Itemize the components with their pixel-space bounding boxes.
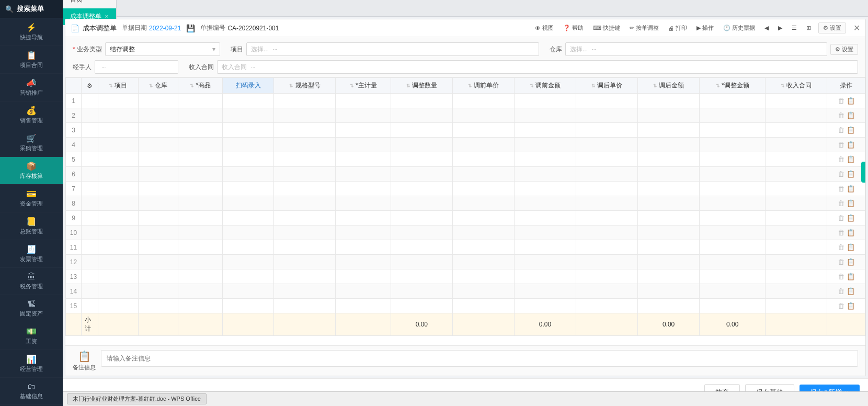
- cell-scan[interactable]: [222, 269, 273, 284]
- cell-before-price[interactable]: [452, 211, 514, 225]
- cell-settings[interactable]: [82, 225, 98, 240]
- copy-icon[interactable]: 📋: [847, 229, 855, 236]
- cell-warehouse[interactable]: [138, 196, 178, 211]
- cell-goods[interactable]: [178, 152, 223, 167]
- delete-icon[interactable]: 🗑: [838, 111, 844, 119]
- cell-revenue-contract[interactable]: [766, 152, 827, 167]
- cell-adjust-qty[interactable]: [391, 123, 452, 138]
- cell-goods[interactable]: [178, 108, 223, 123]
- cell-unit[interactable]: [336, 167, 391, 182]
- cell-project[interactable]: [98, 108, 139, 123]
- sidebar-item-invoice-mgmt[interactable]: 🧾发票管理: [0, 240, 63, 268]
- revenue-contract-select[interactable]: 收入合同 ···: [217, 60, 858, 74]
- delete-icon[interactable]: 🗑: [838, 214, 844, 222]
- cell-after-amount[interactable]: [638, 225, 700, 240]
- cell-settings[interactable]: [82, 94, 98, 108]
- cell-settings[interactable]: [82, 299, 98, 313]
- cell-adjust-qty[interactable]: [391, 299, 452, 313]
- cell-warehouse[interactable]: [138, 152, 178, 167]
- cell-settings[interactable]: [82, 152, 98, 167]
- cell-settings[interactable]: [82, 167, 98, 182]
- cell-scan[interactable]: [222, 167, 273, 182]
- cell-adjust-amount[interactable]: [700, 299, 766, 313]
- delete-icon[interactable]: 🗑: [838, 185, 844, 193]
- cell-revenue-contract[interactable]: [766, 196, 827, 211]
- close-window-button[interactable]: ✕: [853, 23, 860, 33]
- cell-action[interactable]: 🗑📋: [827, 108, 865, 123]
- cell-after-amount[interactable]: [638, 138, 700, 152]
- green-side-bar[interactable]: [861, 162, 865, 183]
- toolbar-btn-help[interactable]: ❓帮助: [560, 23, 587, 33]
- project-select[interactable]: 选择... ···: [246, 42, 539, 56]
- sidebar-item-quick-nav[interactable]: ⚡快捷导航: [0, 18, 63, 46]
- cell-settings[interactable]: [82, 269, 98, 284]
- copy-icon[interactable]: 📋: [847, 243, 855, 251]
- cell-spec[interactable]: [274, 240, 336, 255]
- cell-unit[interactable]: [336, 123, 391, 138]
- cell-scan[interactable]: [222, 182, 273, 196]
- cell-before-price[interactable]: [452, 196, 514, 211]
- cell-settings[interactable]: [82, 255, 98, 269]
- cell-before-amount[interactable]: [514, 284, 576, 299]
- cell-adjust-amount[interactable]: [700, 108, 766, 123]
- sort-warehouse-icon[interactable]: ⇅: [149, 83, 153, 88]
- cell-after-amount[interactable]: [638, 284, 700, 299]
- sidebar-item-fixed-assets[interactable]: 🏗固定资产: [0, 295, 63, 322]
- cell-after-price[interactable]: [576, 196, 638, 211]
- delete-icon[interactable]: 🗑: [838, 302, 844, 310]
- cell-goods[interactable]: [178, 94, 223, 108]
- cell-project[interactable]: [98, 225, 139, 240]
- cell-adjust-qty[interactable]: [391, 284, 452, 299]
- delete-icon[interactable]: 🗑: [838, 155, 844, 163]
- delete-icon[interactable]: 🗑: [838, 258, 844, 266]
- sort-spec-icon[interactable]: ⇅: [289, 83, 293, 88]
- warehouse-select[interactable]: 选择... ···: [565, 42, 827, 56]
- cell-settings[interactable]: [82, 284, 98, 299]
- toolbar-btn-prev[interactable]: ◀: [761, 24, 772, 32]
- cell-settings[interactable]: [82, 138, 98, 152]
- cell-revenue-contract[interactable]: [766, 269, 827, 284]
- cell-after-price[interactable]: [576, 240, 638, 255]
- cell-unit[interactable]: [336, 211, 391, 225]
- cell-scan[interactable]: [222, 123, 273, 138]
- cell-after-amount[interactable]: [638, 108, 700, 123]
- sort-adjust-qty-icon[interactable]: ⇅: [406, 83, 410, 88]
- delete-icon[interactable]: 🗑: [838, 126, 844, 134]
- sidebar-item-basic-info[interactable]: 🗂基础信息: [0, 378, 63, 405]
- cell-goods[interactable]: [178, 240, 223, 255]
- cell-warehouse[interactable]: [138, 167, 178, 182]
- cell-action[interactable]: 🗑📋: [827, 225, 865, 240]
- cell-warehouse[interactable]: [138, 240, 178, 255]
- cell-scan[interactable]: [222, 152, 273, 167]
- cell-before-price[interactable]: [452, 225, 514, 240]
- cell-spec[interactable]: [274, 299, 336, 313]
- toolbar-btn-list-view[interactable]: ☰: [789, 24, 800, 32]
- cell-project[interactable]: [98, 182, 139, 196]
- cell-settings[interactable]: [82, 123, 98, 138]
- copy-icon[interactable]: 📋: [847, 199, 855, 207]
- cell-before-amount[interactable]: [514, 182, 576, 196]
- cell-unit[interactable]: [336, 240, 391, 255]
- delete-icon[interactable]: 🗑: [838, 273, 844, 280]
- copy-icon[interactable]: 📋: [847, 97, 855, 105]
- cell-project[interactable]: [98, 123, 139, 138]
- copy-icon[interactable]: 📋: [847, 185, 855, 193]
- cell-before-amount[interactable]: [514, 255, 576, 269]
- cell-adjust-qty[interactable]: [391, 269, 452, 284]
- cell-before-price[interactable]: [452, 182, 514, 196]
- cell-scan[interactable]: [222, 138, 273, 152]
- settings-button[interactable]: ⚙ 设置: [818, 22, 846, 33]
- cell-after-amount[interactable]: [638, 240, 700, 255]
- cell-before-price[interactable]: [452, 269, 514, 284]
- cell-before-amount[interactable]: [514, 152, 576, 167]
- cell-before-amount[interactable]: [514, 123, 576, 138]
- cell-warehouse[interactable]: [138, 255, 178, 269]
- cell-project[interactable]: [98, 299, 139, 313]
- cell-project[interactable]: [98, 152, 139, 167]
- cell-before-price[interactable]: [452, 167, 514, 182]
- cell-revenue-contract[interactable]: [766, 167, 827, 182]
- notes-input[interactable]: [101, 350, 858, 367]
- sort-before-price-icon[interactable]: ⇅: [468, 83, 472, 88]
- copy-icon[interactable]: 📋: [847, 302, 855, 310]
- cell-unit[interactable]: [336, 182, 391, 196]
